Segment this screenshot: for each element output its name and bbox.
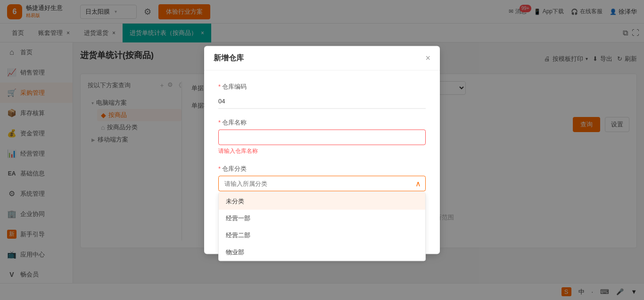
dropdown-item-dept1[interactable]: 经营一部 xyxy=(219,210,425,227)
dialog-close-icon[interactable]: × xyxy=(425,53,430,63)
category-select-wrapper: ∧ xyxy=(218,176,426,192)
dialog-title: 新增仓库 xyxy=(214,53,244,63)
warehouse-name-group: *仓库名称 请输入仓库名称 xyxy=(218,118,426,155)
warehouse-category-label: *仓库分类 xyxy=(218,165,426,173)
dropdown-item-dept3[interactable]: 物业部 xyxy=(219,244,425,261)
add-warehouse-dialog: 新增仓库 × *仓库编码 *仓库名称 请输入仓库名称 *仓库分类 ∧ xyxy=(204,46,440,254)
warehouse-category-group: *仓库分类 ∧ 未分类 经营一部 经营二部 物业部 xyxy=(218,165,426,192)
dropdown-item-unclassified[interactable]: 未分类 xyxy=(219,193,425,210)
warehouse-name-label: *仓库名称 xyxy=(218,118,426,127)
category-dropdown-list: 未分类 经营一部 经营二部 物业部 xyxy=(218,192,426,261)
dropdown-item-dept2[interactable]: 经营二部 xyxy=(219,227,425,244)
warehouse-code-group: *仓库编码 xyxy=(218,83,426,109)
warehouse-name-input[interactable] xyxy=(218,130,426,145)
warehouse-code-label: *仓库编码 xyxy=(218,83,426,91)
category-dropdown-arrow-icon[interactable]: ∧ xyxy=(415,179,421,188)
dialog-header: 新增仓库 × xyxy=(204,46,440,71)
warehouse-category-input[interactable] xyxy=(218,176,426,192)
warehouse-code-input[interactable] xyxy=(218,94,426,109)
dialog-body: *仓库编码 *仓库名称 请输入仓库名称 *仓库分类 ∧ 未分类 经营一部 xyxy=(204,71,440,224)
name-error-message: 请输入仓库名称 xyxy=(218,147,426,155)
